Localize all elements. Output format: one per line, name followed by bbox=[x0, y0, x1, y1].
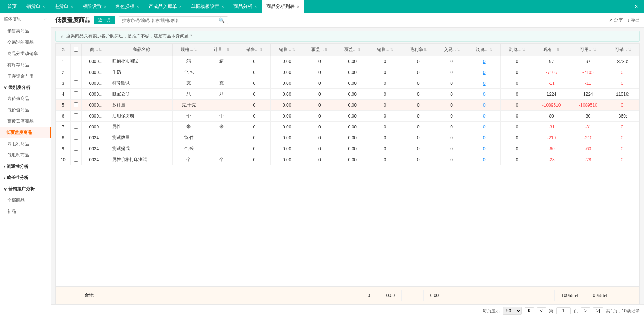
row-checkbox[interactable] bbox=[71, 143, 82, 154]
search-input[interactable] bbox=[122, 18, 217, 23]
row-browse2: 0 bbox=[500, 154, 533, 165]
sidebar-quality-group[interactable]: ∨ 类别度分析 bbox=[0, 82, 51, 93]
footer-empty10 bbox=[511, 290, 533, 301]
settings-icon[interactable]: ⚙ bbox=[61, 47, 65, 52]
col-profit-header[interactable]: 毛利率⇅ bbox=[401, 44, 435, 56]
first-page-button[interactable]: K bbox=[525, 307, 534, 314]
pagination-bar: 每页显示 50 20 100 K < 第 页 > >| 共1页，10条记录 bbox=[51, 304, 644, 317]
col-code-header[interactable]: 商...⇅ bbox=[82, 44, 110, 56]
sidebar-item-low-profit[interactable]: 低毛利商品 bbox=[0, 150, 51, 161]
next-page-button[interactable]: > bbox=[581, 307, 590, 314]
search-icon[interactable]: 🔍 bbox=[219, 17, 225, 23]
sidebar-item-new-goods[interactable]: 新品 bbox=[0, 206, 51, 217]
sidebar-growth-group[interactable]: › 成长性分析 bbox=[0, 172, 51, 183]
sidebar-item-high-profit[interactable]: 高毛利商品 bbox=[0, 138, 51, 150]
col-unit-header[interactable]: 计量...⇅ bbox=[205, 44, 238, 56]
sidebar-collapse-icon[interactable]: « bbox=[44, 17, 47, 22]
row-checkbox[interactable] bbox=[71, 67, 82, 78]
time-filter-button[interactable]: 近一月 bbox=[94, 16, 115, 24]
nav-template-settings[interactable]: 单据模板设置 × bbox=[186, 0, 228, 13]
sidebar-item-category-rate[interactable]: 商品分类动销率 bbox=[0, 48, 51, 59]
row-current: 1224 bbox=[533, 89, 570, 100]
nav-product-analysis[interactable]: 商品分析 × bbox=[229, 0, 261, 13]
row-cover1: 0 bbox=[303, 67, 336, 78]
col-current-header[interactable]: 现有...⇅ bbox=[533, 44, 570, 56]
sidebar-item-low-value[interactable]: 低价值商品 bbox=[0, 104, 51, 116]
page-number-input[interactable] bbox=[556, 307, 571, 314]
row-checkbox[interactable] bbox=[71, 111, 82, 122]
per-page-select[interactable]: 50 20 100 bbox=[503, 307, 522, 315]
nav-close-product-analysis[interactable]: × bbox=[255, 4, 257, 9]
last-page-button[interactable]: >| bbox=[593, 307, 603, 314]
row-cover1: 0 bbox=[303, 154, 336, 165]
window-close-button[interactable]: × bbox=[631, 3, 641, 11]
row-sales3: 0 bbox=[369, 100, 401, 111]
export-button[interactable]: ↓ 导出 bbox=[627, 17, 640, 23]
nav-close-product-analysis-list[interactable]: × bbox=[297, 4, 299, 9]
nav-close-role-auth[interactable]: × bbox=[137, 4, 139, 9]
row-browse2: 0 bbox=[500, 56, 533, 67]
col-sales1-header[interactable]: 销售...⇅ bbox=[238, 44, 271, 56]
sidebar-marketing-group[interactable]: ∨ 营销推广分析 bbox=[0, 183, 51, 195]
sidebar-item-high-value[interactable]: 高价值商品 bbox=[0, 93, 51, 104]
nav-close-template[interactable]: × bbox=[221, 4, 224, 9]
footer-empty1 bbox=[60, 290, 71, 301]
data-table: ⚙ 商...⇅ 商品名称 规格...⇅ 计量...⇅ 销售...⇅ 销售...⇅… bbox=[56, 44, 639, 165]
select-all-checkbox[interactable] bbox=[74, 47, 78, 52]
row-browse1: 0 bbox=[468, 122, 500, 132]
nav-close-permissions[interactable]: × bbox=[104, 4, 106, 9]
col-trade-header[interactable]: 交易...⇅ bbox=[435, 44, 468, 56]
col-sales2-header[interactable]: 销售...⇅ bbox=[271, 44, 303, 56]
row-checkbox[interactable] bbox=[71, 100, 82, 111]
row-checkbox[interactable] bbox=[71, 56, 82, 67]
sidebar-item-stock-funds[interactable]: 库存资金占用 bbox=[0, 71, 51, 82]
sidebar-item-all-goods[interactable]: 全部商品 bbox=[0, 195, 51, 206]
nav-product-analysis-list[interactable]: 商品分析列表 × bbox=[262, 0, 303, 13]
col-cover2-header[interactable]: 覆盖...⇅ bbox=[336, 44, 369, 56]
sidebar-item-sales-goods[interactable]: 销售类商品 bbox=[0, 25, 51, 37]
row-checkbox[interactable] bbox=[71, 122, 82, 132]
sidebar-item-has-stock[interactable]: 有库存商品 bbox=[0, 59, 51, 71]
row-sales2: 0.00 bbox=[271, 111, 303, 122]
col-select-all[interactable] bbox=[71, 44, 82, 56]
col-available-header[interactable]: 可用...⇅ bbox=[570, 44, 606, 56]
nav-close-sales[interactable]: × bbox=[43, 4, 45, 9]
sidebar-item-low-coverage[interactable]: 低覆盖度商品 bbox=[0, 127, 51, 138]
table-footer: 合计: 0 0.00 0.00 -1095554 -1095554 bbox=[55, 286, 640, 304]
col-sales3-header[interactable]: 销售...⇅ bbox=[369, 44, 401, 56]
prev-page-button[interactable]: < bbox=[537, 307, 546, 314]
row-sellable: 0: bbox=[606, 154, 639, 165]
row-profit: 0 bbox=[401, 100, 435, 111]
col-sellable-header[interactable]: 可销...⇅ bbox=[606, 44, 639, 56]
row-checkbox[interactable] bbox=[71, 154, 82, 165]
nav-close-purchase[interactable]: × bbox=[71, 4, 73, 9]
row-available: -210 bbox=[570, 132, 606, 143]
nav-purchase-order[interactable]: 进货单 × bbox=[50, 0, 77, 13]
row-unit: 只 bbox=[205, 89, 238, 100]
col-browse2-header[interactable]: 浏览...⇅ bbox=[500, 44, 533, 56]
sidebar-item-high-coverage[interactable]: 高覆盖度商品 bbox=[0, 116, 51, 127]
row-unit: 克 bbox=[205, 78, 238, 89]
footer-empty2 bbox=[71, 290, 82, 301]
col-cover1-header[interactable]: 覆盖...⇅ bbox=[303, 44, 336, 56]
nav-sales-order[interactable]: 销货单 × bbox=[22, 0, 49, 13]
footer-empty11 bbox=[533, 290, 555, 301]
nav-close-product-warehouse[interactable]: × bbox=[179, 4, 181, 9]
nav-role-auth[interactable]: 角色授权 × bbox=[111, 0, 143, 13]
table-row: 30000...符号测试克克00.0000.0000000-11-110: bbox=[56, 78, 639, 89]
row-checkbox[interactable] bbox=[71, 89, 82, 100]
nav-product-warehouse[interactable]: 产成品入库单 × bbox=[144, 0, 186, 13]
col-spec-header[interactable]: 规格...⇅ bbox=[173, 44, 205, 56]
row-checkbox[interactable] bbox=[71, 78, 82, 89]
col-browse1-header[interactable]: 浏览...⇅ bbox=[468, 44, 500, 56]
share-button[interactable]: ↗ 分享 bbox=[609, 17, 623, 23]
row-available: -11 bbox=[570, 78, 606, 89]
row-checkbox[interactable] bbox=[71, 132, 82, 143]
sidebar-flow-group[interactable]: › 流通性分析 bbox=[0, 161, 51, 172]
col-settings-header[interactable]: ⚙ bbox=[56, 44, 71, 56]
sidebar-item-traded-goods[interactable]: 交易过的商品 bbox=[0, 37, 51, 48]
nav-permissions[interactable]: 权限设置 × bbox=[78, 0, 110, 13]
nav-home[interactable]: 首页 bbox=[3, 0, 21, 13]
table-row: 60000...启用保质期个个00.0000.00000008080360: bbox=[56, 111, 639, 122]
row-profit: 0 bbox=[401, 122, 435, 132]
